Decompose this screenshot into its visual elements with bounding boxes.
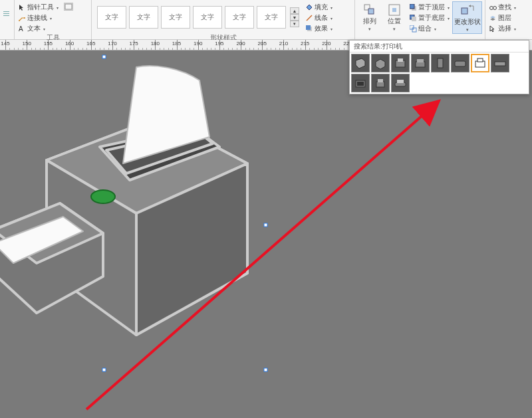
svg-rect-24: [102, 368, 106, 371]
bring-front-button[interactable]: 置于顶层 ▾: [408, 3, 451, 12]
result-thumb-7[interactable]: [471, 54, 489, 72]
ruler-mark: 215: [301, 41, 309, 47]
svg-rect-32: [417, 59, 424, 62]
find-button[interactable]: 查找 ▾: [488, 3, 517, 12]
svg-rect-0: [3, 11, 9, 12]
result-thumb-2[interactable]: [371, 54, 390, 72]
svg-point-3: [19, 20, 20, 21]
connector-tool[interactable]: 连接线 ▾: [17, 13, 60, 23]
ruler-mark: 180: [151, 41, 160, 47]
ribbon-group-left-frag: [0, 0, 15, 39]
effect-icon: [306, 25, 313, 33]
position-button[interactable]: 位置▾: [382, 1, 406, 33]
style-gallery[interactable]: 文字 文字 文字 文字 文字 文字: [94, 3, 289, 31]
text-tool[interactable]: A 文本 ▾: [17, 24, 60, 33]
position-icon: [388, 3, 401, 17]
result-thumb-1[interactable]: [351, 54, 370, 72]
fill-button[interactable]: 填充 ▾: [305, 3, 334, 12]
ruler-mark: 195: [215, 41, 223, 47]
style-swatch-3[interactable]: 文字: [161, 6, 190, 29]
svg-rect-37: [495, 62, 505, 66]
ribbon-group-tools: 指针工具 ▾ 连接线 ▾ A 文本 ▾: [15, 0, 92, 39]
indent-icon[interactable]: [3, 11, 10, 18]
style-swatch-5[interactable]: 文字: [225, 6, 254, 29]
ruler-mark: 185: [172, 41, 181, 47]
line-icon: [306, 15, 313, 22]
svg-point-20: [490, 6, 493, 9]
svg-rect-43: [397, 80, 404, 83]
result-thumb-11[interactable]: [391, 74, 410, 92]
ruler-mark: 220: [322, 41, 331, 47]
binoculars-icon: [489, 4, 497, 11]
search-results-grid: [350, 52, 529, 94]
effect-button[interactable]: 效果 ▾: [305, 24, 334, 33]
svg-rect-10: [368, 9, 374, 14]
send-back-button[interactable]: 置于底层 ▾: [408, 13, 451, 23]
ruler-mark: 150: [23, 41, 31, 47]
style-swatch-6[interactable]: 文字: [257, 6, 286, 29]
style-swatch-2[interactable]: 文字: [129, 6, 158, 29]
result-thumb-4[interactable]: [411, 54, 430, 72]
select-button[interactable]: 选择 ▾: [488, 24, 517, 33]
svg-rect-2: [3, 15, 9, 16]
svg-rect-33: [438, 58, 443, 68]
style-swatch-1[interactable]: 文字: [97, 6, 126, 29]
layers-button[interactable]: 图层: [488, 13, 517, 23]
result-thumb-10[interactable]: [371, 74, 390, 92]
svg-rect-19: [462, 8, 467, 14]
arrange-icon: [363, 3, 376, 17]
svg-point-21: [493, 6, 497, 9]
ribbon: 指针工具 ▾ 连接线 ▾ A 文本 ▾: [0, 0, 532, 40]
text-icon: A: [19, 25, 26, 33]
svg-text:A: A: [19, 25, 23, 33]
pointer-tool[interactable]: 指针工具 ▾: [17, 3, 60, 12]
layers-icon: [489, 15, 497, 22]
svg-rect-14: [410, 4, 414, 9]
ruler-mark: 175: [129, 41, 138, 47]
gallery-down-icon[interactable]: ▼: [290, 14, 299, 21]
svg-rect-12: [392, 8, 396, 12]
svg-rect-34: [455, 61, 466, 66]
svg-point-27: [91, 190, 115, 203]
svg-rect-39: [357, 82, 364, 86]
group-button[interactable]: 组合 ▾: [408, 24, 451, 33]
svg-rect-30: [398, 58, 403, 62]
ruler-mark: 190: [194, 41, 202, 47]
connector-dropdown-icon: ▾: [50, 16, 52, 21]
ruler-mark: 205: [258, 41, 267, 47]
ruler-mark: 210: [279, 41, 288, 47]
ruler-mark: 155: [44, 41, 53, 47]
svg-rect-22: [102, 55, 106, 58]
result-thumb-6[interactable]: [451, 54, 469, 72]
result-thumb-9[interactable]: [351, 74, 370, 92]
gallery-more-icon[interactable]: ▾: [290, 21, 299, 27]
shape-search-popup: 搜索结果: 打印机: [349, 40, 529, 94]
ruler-mark: 160: [65, 41, 74, 47]
result-thumb-3[interactable]: [391, 54, 410, 72]
gallery-up-icon[interactable]: ▲: [290, 7, 299, 14]
line-dropdown-icon: ▾: [331, 16, 332, 21]
pointer-label: 指针工具: [27, 3, 54, 12]
drawing-canvas[interactable]: [0, 51, 532, 418]
ruler-mark: 170: [108, 41, 116, 47]
fill-icon: [306, 4, 313, 11]
front-icon: [410, 4, 417, 11]
ruler-mark: 200: [236, 41, 245, 47]
style-swatch-4[interactable]: 文字: [193, 6, 222, 29]
svg-rect-17: [410, 25, 414, 29]
result-thumb-8[interactable]: [491, 54, 509, 72]
line-button[interactable]: 线条 ▾: [305, 13, 334, 23]
ribbon-group-shape-styles: 文字 文字 文字 文字 文字 文字 ▲ ▼ ▾ 填充 ▾: [92, 0, 355, 39]
ribbon-group-edit: 查找 ▾ 图层 选择 ▾: [485, 0, 532, 39]
result-thumb-5[interactable]: [431, 54, 450, 72]
svg-rect-26: [264, 368, 267, 371]
change-shape-icon: [461, 4, 474, 17]
arrange-button[interactable]: 排列▾: [358, 1, 381, 33]
change-shape-button[interactable]: 更改形状▾: [452, 1, 482, 34]
rect-shape-icon[interactable]: [64, 3, 73, 11]
svg-rect-40: [376, 82, 384, 87]
effect-dropdown-icon: ▾: [331, 27, 332, 31]
svg-rect-8: [306, 25, 311, 30]
ruler-mark: 165: [86, 41, 95, 47]
svg-rect-31: [416, 62, 425, 67]
